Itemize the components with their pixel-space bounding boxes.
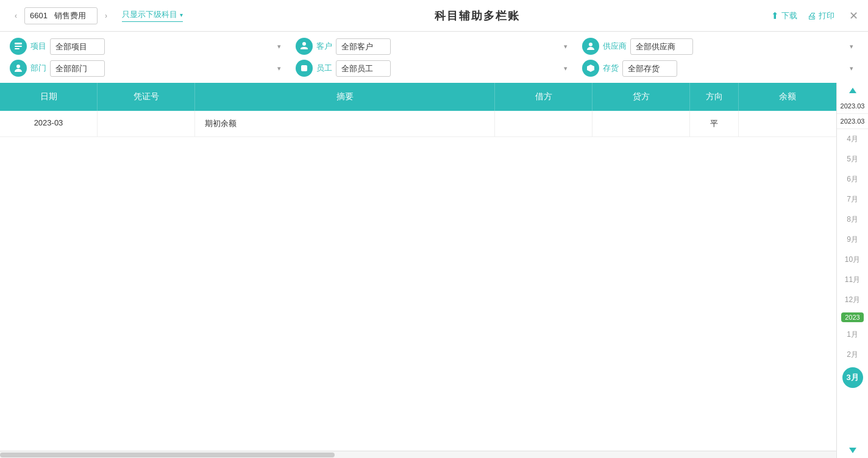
timeline-down-arrow[interactable] xyxy=(837,442,868,458)
cell-summary: 期初余额 xyxy=(195,111,495,136)
account-name: 销售费用 xyxy=(54,11,86,20)
col-debit: 借方 xyxy=(495,83,592,111)
account-code: 6601 xyxy=(30,11,48,20)
supplier-icon xyxy=(582,38,599,55)
project-icon xyxy=(10,38,27,55)
col-date: 日期 xyxy=(0,83,98,111)
project-select[interactable]: 全部项目 xyxy=(50,38,105,55)
employee-label: 员工 xyxy=(316,63,332,74)
year-badge-2023[interactable]: 2023 xyxy=(841,312,863,322)
timeline-months: 4月 5月 6月 7月 8月 9月 10月 11月 12月 2023 1月 2月… xyxy=(837,129,868,442)
inventory-icon xyxy=(582,60,599,77)
filter-row-1: 项目 全部项目 客户 全部客户 xyxy=(10,38,858,55)
svg-point-3 xyxy=(589,43,592,46)
timeline-month-11[interactable]: 11月 xyxy=(837,270,868,290)
main-content: 日期 凭证号 摘要 借方 贷方 方向 余额 2023-03 期初余额 平 xyxy=(0,83,868,458)
timeline-month-10[interactable]: 10月 xyxy=(837,250,868,270)
filter-employee: 员工 全部员工 xyxy=(296,60,572,77)
download-button[interactable]: ⬆ 下载 xyxy=(771,10,797,21)
download-label: 下载 xyxy=(781,10,797,21)
timeline-month-2[interactable]: 2月 xyxy=(837,345,868,365)
timeline-month-4[interactable]: 4月 xyxy=(837,129,868,149)
timeline-month-3-active[interactable]: 3月 xyxy=(842,367,863,388)
table-header: 日期 凭证号 摘要 借方 贷方 方向 余额 xyxy=(0,83,836,111)
svg-point-4 xyxy=(16,65,20,68)
supplier-select[interactable]: 全部供应商 xyxy=(630,38,693,55)
svg-rect-0 xyxy=(15,43,22,44)
main-window: ‹ 6601 销售费用 › 只显示下级科目 ▾ 科目辅助多栏账 ⬆ 下载 🖨 打… xyxy=(0,0,868,458)
department-select[interactable]: 全部部门 xyxy=(50,60,105,77)
timeline-sidebar: 2023.03 2023.03 4月 5月 6月 7月 8月 9月 10月 11… xyxy=(836,83,868,458)
customer-label: 客户 xyxy=(316,41,332,52)
timeline-month-12[interactable]: 12月 xyxy=(837,290,868,310)
filter-inventory: 存货 全部存货 xyxy=(582,60,858,77)
col-balance: 余额 xyxy=(739,83,836,111)
account-code-name: 6601 销售费用 xyxy=(24,7,98,24)
timeline-month-7[interactable]: 7月 xyxy=(837,189,868,210)
timeline-month-6[interactable]: 6月 xyxy=(837,169,868,189)
filter-row-2: 部门 全部部门 员工 全部员工 xyxy=(10,60,858,77)
employee-select-wrapper: 全部员工 xyxy=(336,60,572,77)
toolbar-actions: ⬆ 下载 🖨 打印 ✕ xyxy=(771,9,858,23)
col-voucher: 凭证号 xyxy=(98,83,195,111)
employee-icon xyxy=(296,60,313,77)
show-sub-label: 只显示下级科目 xyxy=(122,9,177,20)
svg-rect-2 xyxy=(15,48,20,49)
customer-select[interactable]: 全部客户 xyxy=(336,38,391,55)
supplier-label: 供应商 xyxy=(603,41,627,52)
customer-icon xyxy=(296,38,313,55)
print-label: 打印 xyxy=(819,10,834,21)
timeline-period-2[interactable]: 2023.03 xyxy=(837,114,868,129)
filter-project: 项目 全部项目 xyxy=(10,38,286,55)
customer-select-wrapper: 全部客户 xyxy=(336,38,572,55)
inventory-select-wrapper: 全部存货 xyxy=(622,60,858,77)
department-icon xyxy=(10,60,27,77)
timeline-month-1[interactable]: 1月 xyxy=(837,325,868,345)
cell-voucher xyxy=(98,111,195,136)
col-direction: 方向 xyxy=(690,83,739,111)
next-account-button[interactable]: › xyxy=(100,10,112,22)
supplier-select-wrapper: 全部供应商 xyxy=(630,38,858,55)
project-label: 项目 xyxy=(30,41,46,52)
employee-select[interactable]: 全部员工 xyxy=(336,60,391,77)
department-label: 部门 xyxy=(30,63,46,74)
table-body: 2023-03 期初余额 平 xyxy=(0,111,836,451)
inventory-select[interactable]: 全部存货 xyxy=(622,60,677,77)
download-icon: ⬆ xyxy=(771,10,779,21)
col-credit: 贷方 xyxy=(592,83,690,111)
svg-marker-6 xyxy=(849,88,856,93)
horizontal-scrollbar[interactable] xyxy=(0,451,836,458)
cell-direction: 平 xyxy=(690,111,739,136)
scrollbar-thumb[interactable] xyxy=(0,453,335,457)
svg-rect-1 xyxy=(15,46,22,47)
filter-supplier: 供应商 全部供应商 xyxy=(582,38,858,55)
print-button[interactable]: 🖨 打印 xyxy=(807,10,834,21)
cell-credit xyxy=(592,111,690,136)
prev-account-button[interactable]: ‹ xyxy=(10,10,22,22)
table-area: 日期 凭证号 摘要 借方 贷方 方向 余额 2023-03 期初余额 平 xyxy=(0,83,836,458)
department-select-wrapper: 全部部门 xyxy=(50,60,286,77)
nav-controls: ‹ 6601 销售费用 › xyxy=(10,7,112,24)
filter-customer: 客户 全部客户 xyxy=(296,38,572,55)
close-button[interactable]: ✕ xyxy=(849,9,858,23)
timeline-month-3-wrapper: 3月 xyxy=(842,365,863,390)
col-summary: 摘要 xyxy=(195,83,495,111)
title-bar: ‹ 6601 销售费用 › 只显示下级科目 ▾ 科目辅助多栏账 ⬆ 下载 🖨 打… xyxy=(0,0,868,32)
timeline-month-9[interactable]: 9月 xyxy=(837,230,868,250)
table-row: 2023-03 期初余额 平 xyxy=(0,111,836,137)
timeline-up-arrow[interactable] xyxy=(837,83,868,99)
cell-date: 2023-03 xyxy=(0,111,98,136)
print-icon: 🖨 xyxy=(807,10,816,21)
svg-marker-7 xyxy=(849,448,856,453)
show-sub-dropdown[interactable]: 只显示下级科目 ▾ xyxy=(122,9,183,22)
page-title: 科目辅助多栏账 xyxy=(183,9,771,23)
year-badge-wrapper: 2023 xyxy=(841,310,863,325)
timeline-period-1[interactable]: 2023.03 xyxy=(837,99,868,114)
filter-bar: 项目 全部项目 客户 全部客户 xyxy=(0,32,868,83)
project-select-wrapper: 全部项目 xyxy=(50,38,286,55)
inventory-label: 存货 xyxy=(603,63,619,74)
cell-debit xyxy=(495,111,592,136)
filter-department: 部门 全部部门 xyxy=(10,60,286,77)
timeline-month-8[interactable]: 8月 xyxy=(837,210,868,230)
timeline-month-5[interactable]: 5月 xyxy=(837,149,868,169)
